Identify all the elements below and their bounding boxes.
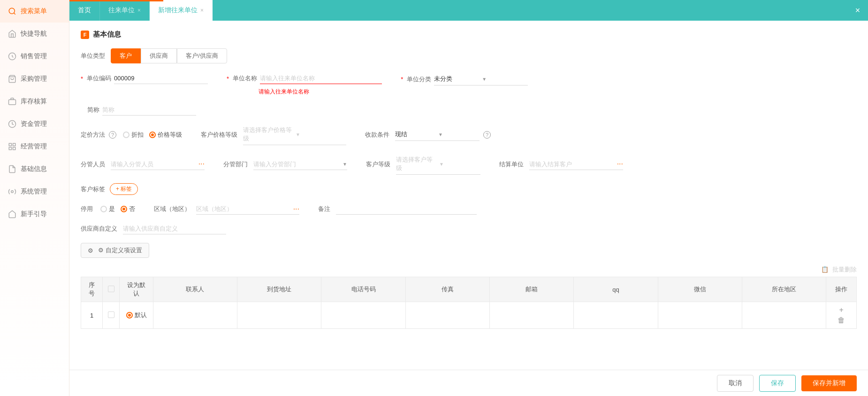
close-tab-new-partner[interactable]: × (200, 7, 204, 14)
cell-region[interactable] (742, 302, 826, 329)
customer-level-select[interactable]: 请选择客户等级 ▼ (396, 154, 480, 175)
settlement-input-wrapper: ··· (529, 159, 623, 170)
batch-delete-icon: 📋 (821, 266, 829, 273)
unit-category-field: * 单位分类 未分类 ▼ (401, 73, 528, 85)
cell-wechat[interactable] (658, 302, 742, 329)
save-new-button[interactable]: 保存并新增 (801, 375, 857, 391)
manager-input[interactable] (111, 159, 198, 170)
cell-contact[interactable] (153, 302, 237, 329)
phone-input[interactable] (326, 312, 400, 319)
cell-phone[interactable] (321, 302, 405, 329)
radio-no[interactable]: 否 (121, 205, 135, 213)
sidebar-item-label: 新手引导 (21, 210, 47, 218)
settlement-more-icon[interactable]: ··· (617, 160, 623, 168)
unit-name-label: 单位名称 (233, 74, 257, 83)
tags-label: 客户标签 (81, 185, 105, 194)
short-name-label: 简称 (87, 106, 99, 114)
remarks-label: 备注 (318, 205, 330, 213)
pricing-row: 定价方法 ? 折扣 价格等级 客户价格等级 请选择客户价格等级 (81, 124, 857, 145)
department-field: 分管部门 ▼ (223, 159, 347, 170)
customer-price-level-select[interactable]: 请选择客户价格等级 ▼ (243, 124, 346, 145)
region-more-icon[interactable]: ··· (293, 205, 299, 213)
unit-name-field: * 单位名称 请输入往来单位名称 (227, 73, 382, 96)
operations-icon (8, 142, 17, 151)
row-checkbox[interactable] (108, 311, 114, 318)
window-close-button[interactable]: × (847, 0, 868, 21)
delete-row-button[interactable]: 🗑 (836, 315, 847, 326)
save-button[interactable]: 保存 (759, 375, 796, 392)
radio-discount[interactable]: 折扣 (123, 131, 144, 139)
cell-address[interactable] (237, 302, 321, 329)
default-radio-label: 默认 (135, 311, 147, 319)
custom-settings-button[interactable]: ⚙ ⚙ 自定义项设置 (81, 243, 149, 258)
fax-input[interactable] (411, 312, 485, 319)
wechat-input[interactable] (663, 312, 737, 319)
customer-price-level-field: 客户价格等级 请选择客户价格等级 ▼ (201, 124, 346, 145)
radio-price-level[interactable]: 价格等级 (149, 131, 182, 139)
add-tag-button[interactable]: + 标签 (110, 183, 138, 195)
address-input[interactable] (242, 312, 316, 319)
select-all-checkbox[interactable] (108, 286, 114, 292)
payment-help-icon[interactable]: ? (483, 131, 491, 139)
sidebar-item-search[interactable]: 搜索菜单 (0, 0, 69, 23)
pricing-radio-group: 折扣 价格等级 (123, 131, 182, 139)
radio-yes-circle (100, 206, 107, 212)
batch-delete-button[interactable]: 批量删除 (832, 266, 857, 273)
tab-partners[interactable]: 往来单位 × (100, 0, 150, 21)
sidebar-item-guide[interactable]: 新手引导 (0, 203, 69, 225)
qq-input[interactable] (579, 312, 653, 319)
manager-input-wrapper: ··· (111, 159, 205, 170)
payment-terms-select[interactable]: 现结 ▼ (395, 128, 480, 141)
tags-row: 客户标签 + 标签 (81, 183, 857, 195)
sidebar-item-finance[interactable]: 资金管理 (0, 113, 69, 135)
col-email: 邮箱 (490, 277, 574, 302)
region-input-wrapper: ··· (196, 203, 299, 215)
short-name-input[interactable] (102, 104, 196, 116)
sidebar-item-sales[interactable]: 销售管理 (0, 45, 69, 68)
default-radio[interactable]: 默认 (124, 311, 148, 319)
pricing-help-icon[interactable]: ? (109, 131, 116, 139)
unit-name-input[interactable] (260, 73, 382, 84)
sidebar-item-purchase[interactable]: 采购管理 (0, 68, 69, 90)
row-region-input[interactable] (747, 312, 821, 319)
tab-new-partner[interactable]: 新增往来单位 × (150, 0, 213, 21)
unit-category-label: 单位分类 (407, 75, 431, 84)
settlement-label: 结算单位 (499, 160, 524, 169)
unit-code-field: * 单位编码 (81, 73, 208, 84)
unit-btn-both[interactable]: 客户/供应商 (177, 48, 227, 63)
unit-code-input[interactable] (114, 73, 208, 84)
close-tab-partners[interactable]: × (137, 7, 141, 14)
contact-input[interactable] (158, 312, 232, 319)
col-contact: 联系人 (153, 277, 237, 302)
remarks-input[interactable] (336, 203, 477, 215)
region-input[interactable] (196, 203, 293, 214)
sidebar-item-quicknav[interactable]: 快捷导航 (0, 23, 69, 45)
department-input[interactable] (253, 159, 343, 170)
unit-btn-customer[interactable]: 客户 (111, 48, 141, 63)
sidebar-item-basic[interactable]: 基础信息 (0, 158, 69, 180)
sidebar-item-system[interactable]: 系统管理 (0, 180, 69, 203)
svg-point-9 (11, 191, 14, 193)
unit-category-select[interactable]: 未分类 ▼ (434, 73, 528, 85)
custom-settings-area: ⚙ ⚙ 自定义项设置 (81, 243, 857, 265)
settlement-input[interactable] (529, 159, 617, 170)
cell-email[interactable] (490, 302, 574, 329)
col-seq: 序号 (81, 277, 103, 302)
sidebar-item-inventory[interactable]: 库存核算 (0, 90, 69, 113)
supplier-custom-input[interactable] (123, 223, 226, 234)
customer-price-level-label: 客户价格等级 (201, 131, 237, 139)
radio-discount-label: 折扣 (131, 131, 144, 139)
payment-terms-label: 收款条件 (365, 131, 389, 139)
add-row-button[interactable]: + (837, 305, 845, 315)
tab-home[interactable]: 首页 (69, 0, 100, 21)
customer-level-field: 客户等级 请选择客户等级 ▼ (366, 154, 480, 175)
sidebar-item-operations[interactable]: 经营管理 (0, 135, 69, 158)
unit-btn-supplier[interactable]: 供应商 (141, 48, 177, 63)
cancel-button[interactable]: 取消 (717, 375, 754, 392)
email-input[interactable] (495, 312, 569, 319)
manager-more-icon[interactable]: ··· (198, 160, 205, 168)
svg-point-0 (9, 8, 15, 14)
cell-qq[interactable] (574, 302, 658, 329)
cell-fax[interactable] (405, 302, 489, 329)
radio-yes[interactable]: 是 (100, 205, 115, 213)
